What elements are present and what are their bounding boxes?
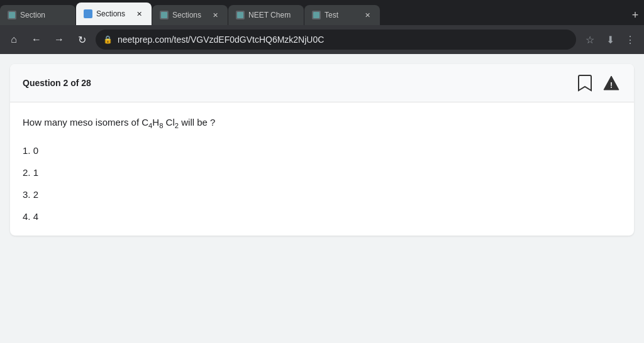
question-card: Question 2 of 28 ! How many meso isom: [10, 64, 634, 236]
bookmark-button[interactable]: [575, 73, 595, 93]
new-tab-button[interactable]: +: [626, 6, 644, 24]
tab-neet-chem[interactable]: NEET Chem: [228, 5, 304, 25]
address-bar: ⌂ ← → ↻ 🔒 neetprep.com/test/VGVzdEF0dGVt…: [0, 25, 644, 54]
tab-label-1: Section: [20, 11, 68, 19]
tab-favicon-2: [84, 9, 92, 18]
option-2[interactable]: 2. 1: [23, 166, 621, 179]
svg-text:!: !: [610, 81, 613, 90]
svg-rect-0: [9, 12, 15, 18]
address-input-wrap[interactable]: 🔒 neetprep.com/test/VGVzdEF0dGVtcHQ6Mzk2…: [96, 30, 576, 50]
tab-sections-3[interactable]: Sections ✕: [152, 5, 228, 25]
question-text: How many meso isomers of C4H8 Cl2 will b…: [23, 115, 621, 131]
options-list: 1. 0 2. 1 3. 2 4. 4: [23, 144, 621, 223]
forward-button[interactable]: →: [50, 31, 68, 48]
tab-close-5[interactable]: ✕: [362, 10, 372, 20]
svg-rect-1: [85, 11, 91, 17]
home-button[interactable]: ⌂: [5, 31, 23, 48]
tab-label-3: Sections: [172, 11, 206, 19]
tab-label-5: Test: [325, 11, 358, 19]
tab-section[interactable]: Section: [0, 5, 75, 25]
download-button[interactable]: ⬇: [601, 31, 619, 48]
browser-chrome: Section Sections ✕ Sections ✕ NEET Chem: [0, 0, 644, 54]
question-actions: !: [575, 73, 621, 93]
tab-label-2: Sections: [96, 9, 130, 18]
warning-button[interactable]: !: [601, 73, 621, 93]
back-button[interactable]: ←: [28, 31, 45, 48]
question-counter: Question 2 of 28: [23, 78, 91, 88]
svg-rect-2: [161, 12, 167, 18]
star-button[interactable]: ☆: [581, 31, 599, 48]
question-header: Question 2 of 28 !: [10, 64, 634, 102]
address-actions: ☆ ⬇ ⋮: [581, 31, 639, 48]
menu-button[interactable]: ⋮: [621, 31, 639, 48]
tab-favicon-3: [160, 11, 169, 19]
option-3[interactable]: 3. 2: [23, 188, 621, 201]
reload-button[interactable]: ↻: [73, 31, 91, 48]
tab-label-4: NEET Chem: [248, 11, 296, 19]
lock-icon: 🔒: [103, 35, 113, 44]
option-1[interactable]: 1. 0: [23, 144, 621, 157]
page-content: Question 2 of 28 ! How many meso isom: [0, 54, 644, 343]
address-text: neetprep.com/test/VGVzdEF0dGVtcHQ6Mzk2Nj…: [118, 35, 569, 45]
tab-close-2[interactable]: ✕: [134, 9, 144, 19]
svg-rect-3: [237, 12, 243, 18]
question-body: How many meso isomers of C4H8 Cl2 will b…: [10, 102, 634, 236]
tab-favicon-5: [312, 11, 321, 19]
option-4[interactable]: 4. 4: [23, 210, 621, 223]
tab-close-3[interactable]: ✕: [210, 10, 220, 20]
tab-test[interactable]: Test ✕: [304, 5, 380, 25]
tab-favicon-4: [236, 11, 245, 19]
svg-rect-4: [313, 12, 319, 18]
tab-spacer: [380, 0, 624, 25]
tab-sections-active[interactable]: Sections ✕: [76, 3, 152, 25]
tab-bar: Section Sections ✕ Sections ✕ NEET Chem: [0, 0, 644, 25]
tab-favicon-1: [8, 11, 16, 19]
